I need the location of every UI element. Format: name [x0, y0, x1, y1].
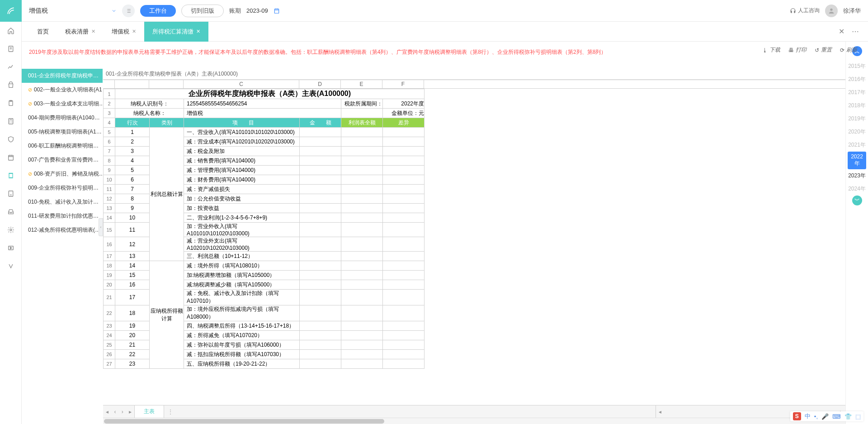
spreadsheet-grid[interactable]: 1企业所得税年度纳税申报表（A类）主表(A100000)2纳税人识别号：1255… — [103, 89, 425, 369]
tree-item[interactable]: 010-免税、减计收入及加计… — [22, 195, 103, 209]
notice-text: 2019年度涉及取以前年度结转数据的申报表单元格需要手工维护正确，才能保证本年及… — [29, 42, 728, 59]
sheet-breadcrumb: 001-企业所得税年度纳税申报表（A类）主表(A100000) — [103, 69, 845, 80]
warn-icon: ⊘ — [28, 101, 32, 107]
year-2016年[interactable]: 2016年 — [846, 73, 868, 86]
reset-button[interactable]: ↺ 重置 — [815, 46, 832, 54]
tab-税表清册[interactable]: 税表清册✕ — [57, 22, 104, 42]
column-headers: CDEF — [103, 80, 845, 89]
svg-point-5 — [10, 229, 12, 231]
calendar-icon[interactable] — [274, 8, 280, 14]
rail-calendar-icon[interactable] — [0, 148, 22, 167]
period-value[interactable]: 2023-09 — [246, 7, 268, 14]
consult-link[interactable]: 人工咨询 — [790, 7, 820, 14]
tabs-more[interactable]: ⋯ — [850, 25, 861, 38]
year-2021年[interactable]: 2021年 — [846, 138, 868, 152]
sheet-tab-main[interactable]: 主表 — [135, 405, 164, 418]
rail-home-icon[interactable] — [0, 22, 22, 40]
svg-rect-2 — [9, 119, 13, 124]
tabs-close-x[interactable]: ✕ — [837, 25, 846, 38]
year-2023年[interactable]: 2023年 — [846, 169, 868, 182]
rail-gear-icon[interactable] — [0, 221, 22, 239]
workbench-button[interactable]: 工作台 — [140, 5, 176, 17]
headset-icon — [790, 8, 796, 14]
rail-doc-icon[interactable] — [0, 40, 22, 58]
download-button[interactable]: ⭳ 下载 — [762, 46, 780, 54]
rail-clipboard-icon[interactable] — [0, 94, 22, 112]
tree-item[interactable]: 005-纳税调整项目明细表(A1… — [22, 125, 103, 139]
tab-close-icon[interactable]: ✕ — [132, 29, 136, 34]
ime-lang[interactable]: 中 — [805, 412, 811, 420]
tree-item[interactable]: 012-减免所得税优惠明细表(… — [22, 223, 103, 237]
period-label: 账期 — [229, 7, 241, 15]
tab-增值税[interactable]: 增值税✕ — [104, 22, 144, 42]
tree-item[interactable]: 004-期间费用明细表(A1040… — [22, 111, 103, 125]
rail-chart-icon[interactable] — [0, 58, 22, 76]
tab-close-icon[interactable]: ✕ — [91, 29, 95, 34]
list-icon-button[interactable] — [122, 5, 135, 17]
tree-item[interactable]: 009-企业所得税弥补亏损明… — [22, 181, 103, 195]
tab-首页[interactable]: 首页 — [29, 22, 57, 42]
top-bar: 增值税 工作台 切到旧版 账期 2023-09 人工咨询 徐泽华 — [22, 0, 868, 22]
rail-calc-icon[interactable] — [0, 112, 22, 130]
year-2015年[interactable]: 2015年 — [846, 60, 868, 73]
switch-old-button[interactable]: 切到旧版 — [181, 5, 224, 17]
logo-icon[interactable] — [0, 0, 22, 22]
ime-skin-icon[interactable]: 👕 — [844, 413, 852, 420]
year-2022年[interactable]: 2022年 — [848, 152, 866, 169]
toolbar: ⭳ 下载 🖶 打印 ↺ 重置 ⟳ 刷新 — [762, 46, 857, 54]
rail-shield-icon[interactable] — [0, 130, 22, 148]
rail-bag-icon[interactable] — [0, 76, 22, 94]
rail-tax-icon[interactable] — [0, 167, 22, 185]
svg-rect-3 — [8, 155, 13, 160]
ime-tool-icon[interactable]: ⬚ — [855, 413, 861, 420]
tree-item[interactable]: 006-职工薪酬纳税调整明细… — [22, 139, 103, 153]
year-rail: ︽ 2015年2016年2017年2018年2019年2020年2021年202… — [845, 42, 868, 424]
tree-item[interactable]: ⊘002-一般企业收入明细表(A1… — [22, 83, 103, 97]
year-2020年[interactable]: 2020年 — [846, 125, 868, 138]
sheet-tabs: ◂‹›▸ 主表 ⋮ ◂▸ — [103, 405, 845, 418]
rail-video-icon[interactable] — [0, 239, 22, 257]
tabs-row: 首页税表清册✕增值税✕所得税汇算清缴✕ ✕ ⋯ — [22, 22, 868, 42]
year-down-icon[interactable]: ︾ — [852, 195, 862, 205]
tree-item[interactable]: 007-广告费和业务宣传费跨… — [22, 153, 103, 167]
print-button[interactable]: 🖶 打印 — [788, 46, 807, 54]
year-2019年[interactable]: 2019年 — [846, 112, 868, 125]
refresh-button[interactable]: ⟳ 刷新 — [840, 46, 857, 54]
form-tree: 001-企业所得税年度纳税申…⊘002-一般企业收入明细表(A1…⊘003-一般… — [22, 69, 103, 424]
year-2017年[interactable]: 2017年 — [846, 86, 868, 99]
sheet-nav[interactable]: ◂‹›▸ — [103, 405, 135, 418]
svg-rect-4 — [9, 191, 13, 196]
svg-point-8 — [830, 8, 832, 10]
ime-kbd-icon[interactable]: ⌨ — [832, 413, 841, 420]
rail-v-icon[interactable] — [0, 257, 22, 275]
warn-icon: ⊘ — [28, 87, 32, 93]
avatar[interactable] — [825, 5, 838, 17]
chevron-down-icon — [111, 8, 117, 14]
rail-file2-icon[interactable] — [0, 185, 22, 203]
username: 徐泽华 — [843, 7, 861, 15]
tree-item[interactable]: 001-企业所得税年度纳税申… — [22, 69, 103, 83]
rail-inbox-icon[interactable] — [0, 203, 22, 221]
tab-close-icon[interactable]: ✕ — [196, 29, 200, 34]
warn-icon: ⊘ — [28, 171, 32, 177]
collapse-tree-handle[interactable]: ‹ — [99, 218, 103, 236]
left-rail — [0, 0, 22, 424]
tree-item[interactable]: ⊘003-一般企业成本支出明细… — [22, 97, 103, 111]
ime-bar: S 中 •, 🎤 ⌨ 👕 ⬚ — [790, 411, 863, 421]
ime-mic-icon[interactable]: 🎤 — [821, 413, 829, 420]
tree-item[interactable]: ⊘008-资产折旧、摊销及纳税… — [22, 167, 103, 181]
year-2018年[interactable]: 2018年 — [846, 99, 868, 112]
ime-logo-icon: S — [793, 412, 801, 420]
year-2024年[interactable]: 2024年 — [846, 182, 868, 195]
svg-rect-7 — [274, 9, 278, 13]
h-scrollbar[interactable] — [103, 418, 845, 424]
ime-punct-icon[interactable]: •, — [814, 413, 818, 420]
company-selector[interactable]: 增值税 — [29, 7, 117, 15]
tab-所得税汇算清缴[interactable]: 所得税汇算清缴✕ — [144, 22, 208, 42]
tree-item[interactable]: 011-研发费用加计扣除优惠… — [22, 209, 103, 223]
